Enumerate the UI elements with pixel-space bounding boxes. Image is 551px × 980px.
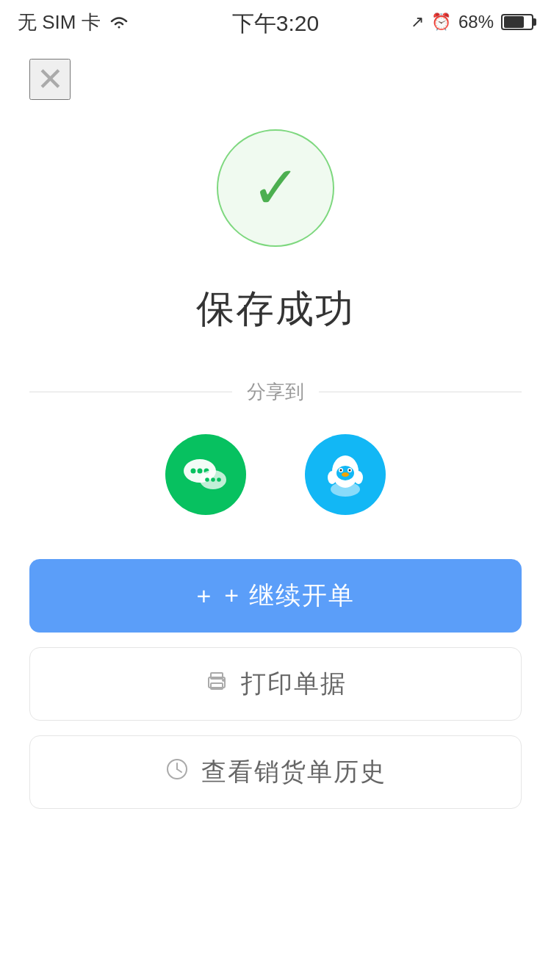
alarm-icon: ⏰ [431,12,451,32]
status-right: ↗ ⏰ 68% [411,12,533,32]
wifi-icon [108,14,130,30]
plus-icon: + [196,582,212,610]
svg-point-1 [190,468,195,473]
status-left: 无 SIM 卡 [18,10,130,35]
checkmark-icon: ✓ [251,159,300,217]
status-time: 下午3:20 [232,9,319,39]
share-icons [165,434,386,515]
svg-point-6 [211,478,215,482]
printer-icon [204,669,229,699]
svg-point-15 [340,469,342,471]
wechat-share-button[interactable] [165,434,246,515]
status-bar: 无 SIM 卡 下午3:20 ↗ ⏰ 68% [0,0,551,44]
no-sim-label: 无 SIM 卡 [18,10,101,35]
success-circle: ✓ [217,129,334,247]
svg-point-21 [222,679,225,682]
share-section: 分享到 [29,379,522,515]
continue-button[interactable]: + + 继续开单 [29,559,522,633]
history-button[interactable]: 查看销货单历史 [29,735,522,809]
history-label: 查看销货单历史 [201,755,386,789]
clock-icon [165,757,190,788]
share-divider: 分享到 [29,379,522,405]
svg-line-24 [177,769,181,772]
svg-point-16 [349,469,351,471]
wechat-icon [182,455,230,495]
location-icon: ↗ [411,12,424,32]
main-content: ✕ ✓ 保存成功 分享到 [0,44,551,809]
svg-point-7 [217,478,221,482]
qq-share-button[interactable] [305,434,386,515]
print-button[interactable]: 打印单据 [29,647,522,721]
svg-point-10 [328,471,336,484]
divider-left [29,392,232,392]
svg-point-9 [331,482,360,497]
qq-icon [323,451,367,499]
success-title: 保存成功 [196,284,355,335]
share-label: 分享到 [247,379,304,405]
svg-point-2 [197,468,202,473]
svg-point-11 [354,471,363,484]
battery-indicator [501,14,533,30]
battery-pct: 68% [458,12,494,32]
action-buttons: + + 继续开单 打印单据 查看销货单 [29,559,522,809]
divider-right [319,392,522,392]
continue-label: + 继续开单 [224,579,354,613]
close-button[interactable]: ✕ [29,59,71,100]
svg-point-5 [205,478,209,482]
close-icon: ✕ [37,63,64,96]
svg-point-17 [342,472,349,477]
print-label: 打印单据 [241,667,347,701]
